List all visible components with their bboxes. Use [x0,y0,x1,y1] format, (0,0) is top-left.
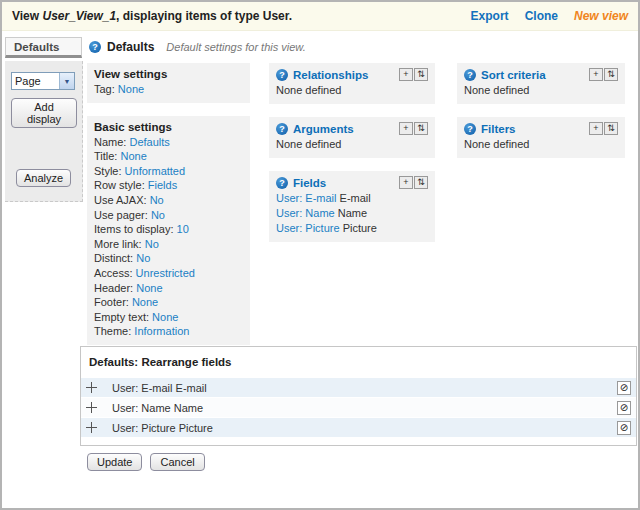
rearrange-fields-panel: Defaults: Rearrange fields User: E-mail … [80,346,637,446]
setting-value-link[interactable]: Unformatted [125,165,186,177]
setting-value-link[interactable]: None [132,296,158,308]
setting-label: Empty text: [94,311,149,323]
setting-value-link[interactable]: No [151,209,165,221]
setting-value-link[interactable]: Unrestricted [136,267,195,279]
filters-title-link[interactable]: Filters [481,123,516,135]
setting-value-link[interactable]: None [121,150,147,162]
middle-column: ? Relationships + ⇅ None defined ? Argum… [269,63,435,242]
add-item-icon-button[interactable]: + [399,176,413,189]
rearrange-icon-button[interactable]: ⇅ [414,176,428,189]
setting-row: Row style: Fields [94,178,243,193]
rearrange-icon-button[interactable]: ⇅ [604,122,618,135]
views-ui-page: View User_View_1, displaying items of ty… [0,0,640,510]
add-item-icon-button[interactable]: + [589,68,603,81]
help-icon[interactable]: ? [276,69,288,81]
new-view-link[interactable]: New view [574,9,628,23]
setting-value-link[interactable]: None [152,311,178,323]
drag-handle-icon[interactable] [86,382,97,393]
setting-label: Tag: [94,83,115,95]
field-item: User: E-mail E-mail [276,191,428,206]
add-item-icon-button[interactable]: + [399,68,413,81]
setting-label: Theme: [94,325,131,337]
setting-value-link[interactable]: 10 [177,223,189,235]
setting-label: Header: [94,282,133,294]
rearrange-icon-button[interactable]: ⇅ [414,122,428,135]
rearrange-row-label: User: Picture Picture [112,422,213,434]
setting-value-link[interactable]: Fields [148,179,177,191]
field-link[interactable]: User: Name [276,207,335,219]
empty-text: None defined [464,83,618,98]
rearrange-row: User: Name Name ⊘ [81,398,636,417]
display-type-select[interactable]: Page ▼ [11,72,75,90]
empty-text: None defined [276,137,428,152]
setting-label: Distinct: [94,252,133,264]
clone-link[interactable]: Clone [525,9,558,23]
setting-label: Style: [94,165,122,177]
relationships-title-link[interactable]: Relationships [293,69,368,81]
help-icon[interactable]: ? [276,123,288,135]
update-button[interactable]: Update [87,453,142,471]
setting-value-link[interactable]: No [150,194,164,206]
rearrange-row: User: Picture Picture ⊘ [81,418,636,437]
rearrange-icon-button[interactable]: ⇅ [604,68,618,81]
field-link[interactable]: User: E-mail [276,192,337,204]
setting-row: Title: None [94,149,243,164]
remove-field-icon-button[interactable]: ⊘ [617,401,631,415]
export-link[interactable]: Export [471,9,509,23]
filters-box: ? Filters + ⇅ None defined [457,117,625,158]
setting-value-link[interactable]: None [118,83,144,95]
setting-row: Distinct: No [94,251,243,266]
drag-handle-icon[interactable] [86,422,97,433]
settings-column: View settings Tag: None Basic settings N… [87,63,250,345]
rearrange-row-label: User: E-mail E-mail [112,382,207,394]
arguments-title-link[interactable]: Arguments [293,123,354,135]
setting-row: Use pager: No [94,208,243,223]
view-settings-box: View settings Tag: None [87,63,250,103]
title-prefix: View [12,9,42,23]
setting-row: Items to display: 10 [94,222,243,237]
views-edit-area: Defaults Page ▼ Add display Analyze ? De… [2,31,638,508]
remove-field-icon-button[interactable]: ⊘ [617,381,631,395]
setting-value-link[interactable]: Defaults [129,136,169,148]
view-settings-title: View settings [94,68,167,80]
analyze-button[interactable]: Analyze [16,169,71,187]
relationships-box: ? Relationships + ⇅ None defined [269,63,435,104]
drag-handle-icon[interactable] [86,402,97,413]
setting-label: More link: [94,238,142,250]
add-item-icon-button[interactable]: + [399,122,413,135]
setting-value-link[interactable]: None [136,282,162,294]
field-link[interactable]: User: Picture [276,222,340,234]
help-icon[interactable]: ? [89,41,101,53]
field-item: User: Picture Picture [276,221,428,236]
help-icon[interactable]: ? [464,69,476,81]
defaults-heading-row: ? Defaults Default settings for this vie… [89,40,306,54]
remove-field-icon-button[interactable]: ⊘ [617,421,631,435]
setting-row: Use AJAX: No [94,193,243,208]
sort-criteria-title-link[interactable]: Sort criteria [481,69,546,81]
rearrange-icon-button[interactable]: ⇅ [414,68,428,81]
setting-value-link[interactable]: Information [134,325,189,337]
setting-row: Style: Unformatted [94,164,243,179]
page-title: View User_View_1, displaying items of ty… [12,9,292,23]
setting-row: Name: Defaults [94,135,243,150]
add-display-button[interactable]: Add display [11,98,77,128]
tab-defaults[interactable]: Defaults [5,37,82,58]
setting-value-link[interactable]: No [136,252,150,264]
setting-value-link[interactable]: No [145,238,159,250]
cancel-button[interactable]: Cancel [150,453,204,471]
setting-row: Tag: None [94,82,243,97]
rearrange-panel-title: Defaults: Rearrange fields [81,347,636,378]
setting-label: Footer: [94,296,129,308]
arguments-box: ? Arguments + ⇅ None defined [269,117,435,158]
right-column: ? Sort criteria + ⇅ None defined ? Filte… [457,63,625,158]
help-icon[interactable]: ? [276,177,288,189]
fields-box: ? Fields + ⇅ User: E-mail E-mail User: N… [269,171,435,242]
add-item-icon-button[interactable]: + [589,122,603,135]
display-sidebar: Page ▼ Add display Analyze [5,61,83,202]
help-icon[interactable]: ? [464,123,476,135]
title-suffix: , displaying items of type User. [116,9,292,23]
fields-title-link[interactable]: Fields [293,177,326,189]
empty-text: None defined [464,137,618,152]
rearrange-row-label: User: Name Name [112,402,203,414]
setting-row: Header: None [94,281,243,296]
